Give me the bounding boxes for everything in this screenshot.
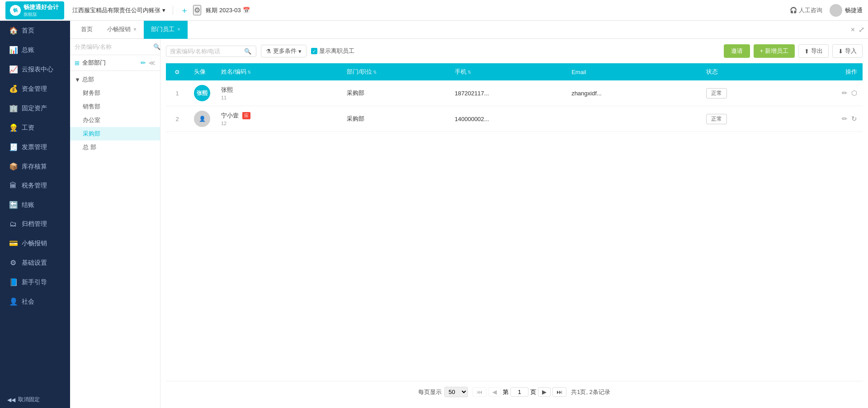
collapse-icon[interactable]: ≪	[149, 59, 156, 66]
chart-icon: 📈	[9, 65, 17, 74]
dept-group-hq-header[interactable]: ▼ 总部	[70, 73, 160, 86]
col-name-header[interactable]: 姓名/编码⇅	[216, 63, 341, 80]
pin-toggle[interactable]: ◀◀ 取消固定	[0, 391, 70, 408]
dept-group-hq: ▼ 总部 财务部 销售部 办公室 采购部	[70, 73, 160, 154]
tab-department-close[interactable]: ×	[177, 26, 180, 33]
guide-icon: 📘	[9, 278, 17, 286]
search2-icon[interactable]: 🔍	[244, 48, 251, 55]
per-page-select[interactable]: 10 20 50 100	[444, 387, 468, 397]
table-row: 1 张熙 张熙 11	[166, 80, 863, 106]
tag-red-2: 应	[242, 112, 250, 119]
col-dept-header[interactable]: 部门/职位⇅	[341, 63, 449, 80]
pagination: 每页显示 10 20 50 100 ⏮ ◀ 第 页	[166, 381, 863, 403]
row-dept-1: 采购部	[341, 80, 449, 106]
sidebar-item-label: 小畅报销	[22, 239, 47, 248]
company-selector[interactable]: 江西服宝精品有限责任公司内账张 ▾	[72, 6, 165, 14]
add-employee-button[interactable]: + 新增员工	[754, 44, 795, 58]
dept-child-finance[interactable]: 财务部	[70, 86, 160, 100]
dept-header-icons: ✏ ≪	[141, 59, 156, 66]
dept-search: 🔍	[70, 39, 160, 55]
employee-search-input[interactable]	[170, 48, 242, 55]
dept-child-procurement[interactable]: 采购部	[70, 127, 160, 141]
tab-home-label: 首页	[81, 25, 93, 33]
dept-child-general-hq-label: 总 部	[83, 144, 96, 150]
service-button[interactable]: 🎧 人工咨询	[790, 6, 822, 14]
tab-expense[interactable]: 小畅报销 ×	[100, 21, 144, 39]
row-phone-1: 187202117...	[449, 80, 566, 106]
header-right: 🎧 人工咨询 畅捷通	[790, 4, 863, 17]
dept-search-input[interactable]	[75, 43, 151, 50]
ops-icons-1: ✏ ⬡	[796, 89, 857, 97]
first-page-button[interactable]: ⏮	[472, 387, 486, 397]
settings-icon[interactable]: ⚙	[193, 5, 201, 15]
tab-close-all-button[interactable]: ×	[851, 25, 855, 34]
tab-fullscreen-button[interactable]: ⤢	[859, 25, 864, 34]
add-company-button[interactable]: ＋	[180, 5, 189, 16]
invoice-icon: 🧾	[9, 143, 17, 151]
sidebar-item-label: 新手引导	[22, 278, 47, 286]
sidebar-item-label: 归档管理	[22, 220, 47, 228]
import-label: 导入	[845, 47, 857, 55]
row-dept-2: 采购部	[341, 106, 449, 132]
sidebar-item-funds[interactable]: 💰 资金管理	[0, 79, 70, 98]
import-button[interactable]: ⬇ 导入	[832, 44, 863, 58]
row-phone-2: 140000002...	[449, 106, 566, 132]
sidebar-item-social[interactable]: 👤 社会	[0, 292, 70, 311]
tab-home[interactable]: 首页	[74, 21, 100, 39]
col-phone-header[interactable]: 手机⇅	[449, 63, 566, 80]
filter-icon: ⚗	[266, 48, 271, 55]
sidebar-item-label: 资金管理	[22, 85, 47, 93]
ops-icons-2: ✏ ↻	[796, 115, 857, 123]
col-settings-header[interactable]: ⚙	[166, 63, 189, 80]
calendar-icon[interactable]: 📅	[243, 7, 250, 14]
sidebar-item-cloud-reports[interactable]: 📈 云报表中心	[0, 60, 70, 79]
settings2-icon: ⚙	[9, 258, 17, 267]
last-page-button[interactable]: ⏭	[552, 387, 566, 397]
tab-expense-close[interactable]: ×	[133, 26, 137, 33]
tab-department[interactable]: 部门员工 ×	[144, 21, 188, 39]
sidebar-item-inventory[interactable]: 📦 库存核算	[0, 157, 70, 176]
next-page-button[interactable]: ▶	[538, 387, 551, 397]
logout-icon-1[interactable]: ⬡	[851, 89, 857, 97]
sidebar-item-basic-settings[interactable]: ⚙ 基础设置	[0, 253, 70, 272]
page-label: 页	[530, 388, 536, 396]
sidebar-item-label: 发票管理	[22, 143, 47, 151]
pin-icon: ◀◀	[7, 397, 15, 403]
invite-button[interactable]: 邀请	[724, 44, 750, 58]
prev-page-button[interactable]: ◀	[488, 387, 501, 397]
avatar-circle-1: 张熙	[194, 85, 210, 101]
export-icon: ⬆	[804, 48, 809, 55]
emp-name-2: 宁小壹 应	[221, 112, 250, 120]
sidebar-item-label: 基础设置	[22, 259, 47, 267]
show-resigned-checkbox[interactable]: ✓	[311, 48, 317, 54]
search-icon[interactable]: 🔍	[153, 43, 160, 50]
account-period-label: 账期	[206, 6, 217, 14]
add-dept-icon[interactable]: ✏	[141, 59, 146, 66]
tab-expense-label: 小畅报销	[107, 25, 131, 33]
sidebar-item-home[interactable]: 🏠 首页	[0, 21, 70, 40]
edit-icon-2[interactable]: ✏	[842, 115, 848, 123]
sidebar-item-invoice[interactable]: 🧾 发票管理	[0, 137, 70, 157]
sidebar-item-general-ledger[interactable]: 📊 总账	[0, 40, 70, 60]
tab-bar: 首页 小畅报销 × 部门员工 × × ⤢	[70, 21, 868, 39]
page-input[interactable]	[510, 387, 528, 397]
dept-child-sales[interactable]: 销售部	[70, 100, 160, 113]
sidebar-item-salary[interactable]: 👷 工资	[0, 118, 70, 137]
more-conditions-button[interactable]: ⚗ 更多条件 ▾	[261, 45, 307, 57]
dept-child-general-hq[interactable]: 总 部	[70, 141, 160, 154]
edit-icon-1[interactable]: ✏	[842, 89, 848, 97]
sidebar-item-guide[interactable]: 📘 新手引导	[0, 272, 70, 292]
sidebar-item-archive[interactable]: 🗂 归档管理	[0, 215, 70, 234]
export-button[interactable]: ⬆ 导出	[798, 44, 829, 58]
sidebar-item-closing[interactable]: 🔚 结账	[0, 195, 70, 215]
sidebar-item-label: 税务管理	[22, 182, 47, 190]
pin-label: 取消固定	[18, 396, 40, 403]
refresh-icon-2[interactable]: ↻	[851, 115, 857, 123]
logo-icon: 畅	[10, 5, 21, 16]
sidebar-item-label: 总账	[22, 46, 34, 54]
sidebar-item-fixed-assets[interactable]: 🏢 固定资产	[0, 98, 70, 118]
sidebar-item-tax[interactable]: 🏛 税务管理	[0, 176, 70, 195]
show-resigned-wrap: ✓ 显示离职员工	[311, 47, 354, 55]
sidebar-item-expense[interactable]: 💳 小畅报销	[0, 234, 70, 253]
dept-child-office[interactable]: 办公室	[70, 113, 160, 127]
